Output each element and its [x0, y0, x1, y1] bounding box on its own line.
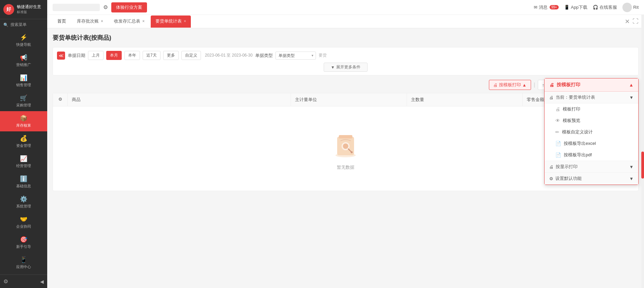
download-icon: 📱 [564, 5, 569, 10]
template-excel-label: 按模板导出excel [564, 140, 596, 147]
content-area: 要货单统计表(按商品) ≪ 单据日期 上月 本月 本年 近7天 更多 自定义 2… [47, 28, 644, 288]
tab-home[interactable]: 首页 [53, 15, 71, 28]
order-status-filter: 要货 [319, 53, 327, 58]
filter-bar: ≪ 单据日期 上月 本月 本年 近7天 更多 自定义 2023-06-01 至 … [53, 47, 639, 75]
svg-rect-2 [339, 135, 352, 138]
tab-order-stats[interactable]: 要货单统计表 × [151, 15, 191, 28]
message-button[interactable]: ✉ 消息 99+ [534, 4, 559, 10]
sales-icon: 📊 [20, 74, 27, 82]
page-title: 要货单统计表(按商品) [53, 34, 639, 42]
sidebar-footer: ⚙ ◀ [0, 275, 47, 288]
print-dropdown-menu: 🖨 按模板打印 ▲ 🖨 当前：要货单统计表 ▼ 🖨 模板打印 [544, 78, 639, 185]
default-func-chevron-icon: ▼ [629, 176, 634, 181]
online-service-button[interactable]: 🎧 在线客服 [593, 4, 617, 10]
sidebar-item-appstore[interactable]: 📱 应用中心 [0, 253, 47, 273]
sidebar-item-label: 采购管理 [16, 103, 31, 108]
current-template-header[interactable]: 🖨 当前：要货单统计表 ▼ [545, 92, 638, 103]
date-btn-this-month[interactable]: 本月 [106, 51, 122, 60]
gear-icon[interactable]: ⚙ [103, 4, 108, 10]
sidebar-item-purchase[interactable]: 🛒 采购管理 [0, 91, 47, 111]
template-print-icon: 🖨 [555, 106, 560, 112]
dropdown-close-icon[interactable]: ▲ [629, 82, 634, 88]
app-download-label: App下载 [571, 4, 587, 10]
tab-close-icon[interactable]: × [142, 19, 145, 24]
collapse-icon[interactable]: ◀ [40, 279, 44, 284]
tab-maximize-icon[interactable]: ⛶ [633, 18, 639, 25]
scroll-thumb[interactable] [641, 152, 644, 179]
main-area: ⚙ 体验行业方案 ✉ 消息 99+ 📱 App下载 🎧 在线客服 Rit [47, 0, 644, 288]
tab-receipt-summary[interactable]: 收发存汇总表 × [109, 15, 149, 28]
sidebar-item-sales[interactable]: 📊 销售管理 [0, 71, 47, 91]
template-excel-icon: 📄 [555, 141, 561, 146]
date-btn-last-month[interactable]: 上月 [88, 51, 104, 60]
filter-expand-button[interactable]: ▼ 展开更多条件 [324, 63, 368, 72]
message-badge: 99+ [550, 5, 559, 9]
tab-close-all-icon[interactable]: ✕ [625, 18, 630, 25]
default-func-icon: ⚙ [549, 176, 553, 181]
dropdown-item-template-excel[interactable]: 📄 按模板导出excel [545, 138, 638, 149]
th-settings[interactable]: ⚙ [53, 93, 68, 106]
sidebar-item-cooperation[interactable]: 🤝 企业协同 [0, 212, 47, 232]
dropdown-item-template-preview[interactable]: 👁 模板预览 [545, 115, 638, 126]
tab-label: 收发存汇总表 [114, 18, 140, 24]
template-preview-label: 模板预览 [563, 118, 580, 124]
dropdown-section-default-func: ⚙ 设置默认功能 ▼ [545, 173, 638, 185]
topbar-left: ⚙ 体验行业方案 [53, 2, 147, 12]
settings-icon[interactable]: ⚙ [3, 278, 8, 285]
dropdown-item-template-print[interactable]: 🖨 模板打印 [545, 103, 638, 115]
sidebar-item-inventory[interactable]: 📦 库存核算 [0, 111, 47, 131]
search-label: 搜索菜单 [10, 22, 27, 28]
sidebar-item-marketing[interactable]: 📢 营销推广 [0, 51, 47, 71]
dropdown-section-display-print: 🖨 按显示打印 ▼ [545, 161, 638, 173]
sidebar-item-label: 应用中心 [16, 264, 31, 269]
app-download-button[interactable]: 📱 App下载 [564, 4, 587, 10]
display-print-icon: 🖨 [549, 164, 554, 169]
user-avatar[interactable]: Rit [622, 3, 639, 12]
search-icon: 🔍 [3, 23, 8, 27]
dropdown-print-icon: 🖨 [549, 82, 554, 88]
print-chevron-up-icon: ▲ [522, 83, 527, 88]
sidebar-item-label: 销售管理 [16, 83, 31, 88]
sidebar-item-guide[interactable]: 🎯 新手引导 [0, 232, 47, 253]
tab-inventory-batch[interactable]: 库存批次账 × [72, 15, 108, 28]
date-btn-custom[interactable]: 自定义 [181, 51, 201, 60]
sidebar-item-operations[interactable]: 📈 经营管理 [0, 152, 47, 172]
tab-label: 要货单统计表 [155, 18, 182, 24]
marketing-icon: 📢 [20, 54, 27, 61]
dropdown-header: 🖨 按模板打印 ▲ [545, 78, 638, 92]
sidebar-item-system[interactable]: ⚙️ 系统管理 [0, 192, 47, 212]
print-template-button[interactable]: 🖨 按模板打印 ▲ [489, 80, 531, 90]
tab-close-icon[interactable]: × [184, 19, 186, 24]
expand-icon: ▼ [331, 65, 335, 70]
expand-label: 展开更多条件 [336, 64, 360, 70]
svg-point-4 [343, 143, 348, 149]
app-name: 畅捷通好生意 [17, 4, 41, 10]
message-label: 消息 [539, 4, 548, 10]
filter-collapse-button[interactable]: ≪ [57, 52, 65, 60]
service-icon: 🎧 [593, 5, 598, 10]
sidebar-item-quick-nav[interactable]: ⚡ 快捷导航 [0, 30, 47, 51]
sidebar-item-label: 基础信息 [16, 184, 31, 189]
topbar: ⚙ 体验行业方案 ✉ 消息 99+ 📱 App下载 🎧 在线客服 Rit [47, 0, 644, 15]
scroll-track [641, 15, 644, 288]
sidebar-item-label: 企业协同 [16, 224, 31, 229]
date-btn-7days[interactable]: 近7天 [143, 51, 160, 60]
tab-close-icon[interactable]: × [101, 19, 103, 24]
inventory-icon: 📦 [20, 115, 27, 122]
sidebar-item-basics[interactable]: ℹ️ 基础信息 [0, 172, 47, 192]
display-print-label: 按显示打印 [556, 164, 578, 170]
sidebar-item-label: 经营管理 [16, 163, 31, 168]
dropdown-item-template-pdf[interactable]: 📄 按模板导出pdf [545, 149, 638, 161]
default-func-header[interactable]: ⚙ 设置默认功能 ▼ [545, 173, 638, 184]
topbar-search-input[interactable] [53, 4, 100, 11]
display-print-header[interactable]: 🖨 按显示打印 ▼ [545, 161, 638, 172]
appstore-icon: 📱 [20, 256, 27, 263]
th-goods: 商品 [68, 93, 291, 106]
sidebar-search[interactable]: 🔍 搜索菜单 [0, 19, 47, 30]
date-btn-this-year[interactable]: 本年 [124, 51, 140, 60]
dropdown-item-template-design[interactable]: ✏ 模板自定义设计 [545, 126, 638, 138]
trial-button[interactable]: 体验行业方案 [111, 2, 147, 12]
order-type-select[interactable]: 单据类型 [275, 52, 316, 60]
sidebar-item-finance[interactable]: 💰 资金管理 [0, 131, 47, 152]
date-btn-more[interactable]: 更多 [163, 51, 179, 60]
